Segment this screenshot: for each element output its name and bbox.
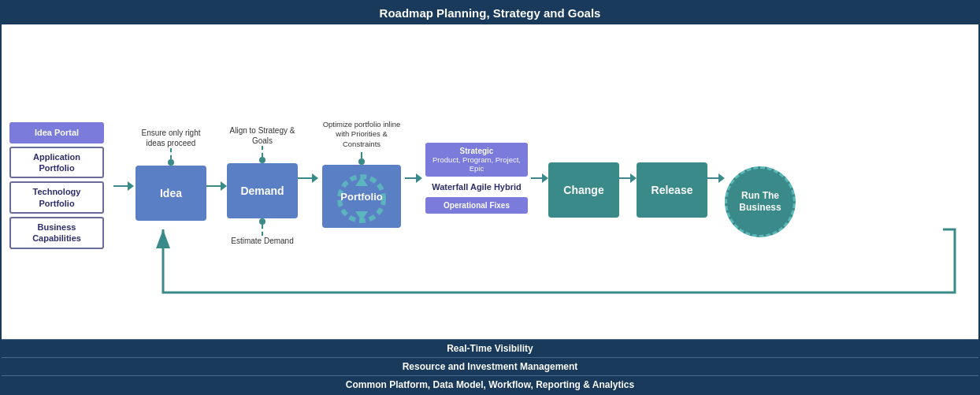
sidebar-item-app-portfolio[interactable]: Application Portfolio: [9, 147, 104, 179]
change-to-release-arrow: [619, 173, 637, 183]
ensure-annotation: Ensure only right ideas proceed: [135, 128, 206, 148]
strategy-to-change-arrow: [531, 173, 548, 183]
align-dot: [259, 157, 265, 163]
optimize-annotation: Optimize portfolio inline with Prioritie…: [318, 120, 405, 152]
strategic-box[interactable]: Strategic Product, Program, Project, Epi…: [425, 143, 528, 177]
change-box[interactable]: Change: [548, 162, 619, 218]
estimate-annotation: Estimate Demand: [231, 236, 293, 246]
top-header: Roadmap Planning, Strategy and Goals: [2, 2, 978, 24]
run-business-box[interactable]: Run The Business: [725, 166, 796, 237]
strategic-sub: Product, Program, Project, Epic: [432, 155, 522, 173]
ensure-dashed-line: [170, 148, 172, 159]
release-box[interactable]: Release: [637, 162, 707, 218]
strategy-group: Strategic Product, Program, Project, Epi…: [425, 143, 528, 214]
bottom-bar-resource: Resource and Investment Management: [2, 357, 978, 375]
sidebar-item-idea-portal[interactable]: Idea Portal: [9, 122, 104, 143]
idea-step: Ensure only right ideas proceed Idea: [135, 128, 206, 244]
estimate-dot: [259, 218, 265, 225]
align-annotation: Align to Strategy & Goals: [229, 125, 296, 146]
run-business-step: Run The Business: [725, 135, 796, 237]
sidebar-item-biz-capabilities[interactable]: Business Capabilities: [9, 217, 104, 249]
sidebar-to-idea-arrow: [113, 181, 134, 191]
release-step: Release: [637, 131, 707, 241]
portfolio-step: Optimize portfolio inline with Prioritie…: [318, 120, 405, 252]
portfolio-label: Portfolio: [340, 191, 382, 203]
align-dashed-line: [262, 146, 263, 157]
portfolio-to-strategy-arrow: [405, 173, 422, 183]
svg-marker-2: [355, 211, 368, 221]
change-step: Change: [548, 131, 619, 241]
header-title: Roadmap Planning, Strategy and Goals: [380, 6, 601, 20]
optimize-dashed-top: [361, 152, 362, 158]
sidebar: Idea Portal Application Portfolio Techno…: [9, 122, 104, 248]
estimate-dashed-line: [262, 225, 263, 236]
idea-to-demand-arrow: [206, 181, 227, 191]
optimize-dot: [358, 158, 365, 165]
demand-box[interactable]: Demand: [227, 163, 298, 218]
strategic-label: Strategic: [432, 147, 522, 155]
sidebar-item-tech-portfolio[interactable]: Technology Portfolio: [9, 181, 104, 214]
waterfall-agile-label: Waterfall Agile Hybrid: [425, 180, 528, 194]
ensure-dot: [168, 159, 174, 166]
demand-to-portfolio-arrow: [298, 173, 318, 183]
release-to-run-arrow: [707, 173, 725, 183]
idea-box[interactable]: Idea: [135, 166, 206, 221]
bottom-bar-platform: Common Platform, Data Model, Workflow, R…: [2, 375, 978, 393]
demand-step: Align to Strategy & Goals Demand Estimat…: [227, 125, 298, 246]
main-container: Roadmap Planning, Strategy and Goals Ide…: [0, 0, 980, 395]
operational-box[interactable]: Operational Fixes: [425, 197, 528, 214]
portfolio-box[interactable]: Portfolio: [322, 165, 401, 228]
bottom-bars: Real-Time Visibility Resource and Invest…: [2, 339, 978, 393]
bottom-bar-visibility: Real-Time Visibility: [2, 339, 978, 357]
